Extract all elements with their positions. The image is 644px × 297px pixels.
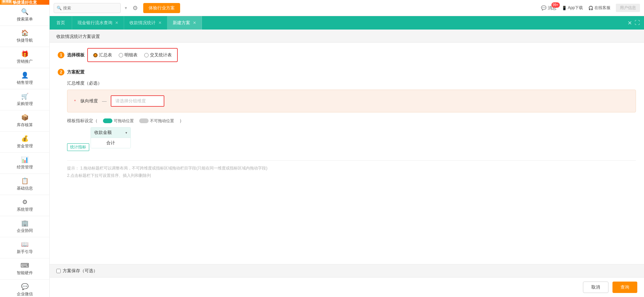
dimension-area: * 纵向维度 — 请选择分组维度 [67, 90, 636, 112]
save-plan-checkbox-label[interactable]: 方案保存（可选） [56, 268, 98, 274]
marketing-icon: 🎁 [21, 50, 29, 58]
sidebar-item-purchase[interactable]: 🛒 采购管理 [0, 89, 49, 110]
close-bank-flow-tab-icon[interactable]: ✕ [115, 20, 118, 25]
tab-home[interactable]: 首页 [50, 16, 72, 30]
save-plan-checkbox[interactable] [56, 269, 61, 273]
sidebar-item-inventory[interactable]: 📦 库存核算 [0, 110, 49, 132]
quick-nav-icon: 🏠 [21, 29, 29, 37]
step1-header: 1 选择模板 汇总表 明细表 交叉统计表 [58, 48, 636, 62]
enterprise-icon: 🏢 [21, 219, 29, 227]
sidebar-item-wechat[interactable]: 💬 企业微信 [0, 280, 49, 297]
inventory-icon: 📦 [21, 114, 29, 121]
sidebar-item-marketing[interactable]: 🎁 营销推广 [0, 47, 49, 68]
step2-section: 2 方案配置 汇总维度（必选） * 纵向维度 — 请选择分组维度 [58, 69, 636, 183]
metrics-dropdown-chevron-icon[interactable]: ▾ [125, 131, 127, 135]
metrics-section: 模板指标设定（ 可拖动位置 不可拖动位置 [67, 118, 636, 154]
settings-gear-icon[interactable]: ⚙ [131, 3, 139, 13]
save-plan-label: 方案保存（可选） [63, 268, 98, 274]
sidebar-item-enterprise[interactable]: 🏢 企业协同 [0, 216, 49, 237]
dimension-section-title: 汇总维度（必选） [67, 80, 636, 86]
search-bar[interactable]: 🔍 [54, 3, 121, 13]
metrics-column-header: 收款金额 ▾ [91, 128, 130, 138]
sidebar-label-purchase: 采购管理 [17, 101, 33, 107]
trial-industry-button[interactable]: 体验行业方案 [143, 3, 180, 13]
sidebar-label-finance: 资金管理 [17, 143, 33, 149]
not-draggable-toggle: 不可拖动位置 [139, 118, 174, 124]
tab-new-plan[interactable]: 新建方案 ✕ [167, 16, 202, 30]
radio-summary-label: 汇总表 [99, 52, 112, 58]
sidebar-item-finance[interactable]: 💰 资金管理 [0, 132, 49, 153]
close-all-tabs-icon[interactable]: ✕ [628, 20, 632, 26]
close-receipt-stat-tab-icon[interactable]: ✕ [158, 20, 162, 25]
step1-section: 1 选择模板 汇总表 明细表 交叉统计表 [58, 48, 636, 62]
sidebar-label-basic-info: 基础信息 [17, 186, 33, 191]
sidebar-label-enterprise: 企业协同 [17, 228, 33, 234]
sidebar-label-guide: 新手引导 [17, 249, 33, 255]
radio-detail[interactable]: 明细表 [119, 52, 138, 58]
tab-bank-flow-label: 现金银行流水查询 [77, 20, 112, 26]
notification-button[interactable]: 💬 消息 99+ [541, 5, 556, 11]
tip-item-1: 提示： 1.拖动标题栏可以调整布局，不可跨维度或指标区域拖动栏目字段(只能在同一… [67, 165, 636, 172]
dropdown-arrow-icon: ▾ [125, 5, 127, 10]
app-version: 标准版 [1, 0, 12, 4]
sidebar-item-system[interactable]: ⚙ 系统管理 [0, 195, 49, 216]
sidebar-label-management: 经营管理 [17, 164, 33, 170]
tab-bank-flow[interactable]: 现金银行流水查询 ✕ [72, 16, 124, 30]
sidebar-item-search-menu[interactable]: 🔍 搜索菜单 [0, 5, 49, 26]
search-menu-icon: 🔍 [21, 8, 29, 15]
draggable-toggle: 可拖动位置 [103, 118, 134, 124]
sidebar-label-quick-nav: 快捷导航 [17, 38, 33, 43]
expand-tabs-icon[interactable]: ⛶ [635, 20, 640, 26]
dimension-select-dropdown[interactable]: 请选择分组维度 [111, 95, 164, 107]
page-breadcrumb: 收款情况统计方案设置 [50, 30, 644, 43]
metrics-row-total: 合计 [91, 138, 130, 148]
close-new-plan-tab-icon[interactable]: ✕ [193, 20, 196, 25]
radio-cross[interactable]: 交叉统计表 [144, 52, 172, 58]
dimension-label: 纵向维度 [80, 98, 98, 104]
guide-icon: 📖 [21, 241, 29, 248]
sidebar-label-marketing: 营销推广 [17, 59, 33, 64]
draggable-toggle-box[interactable] [103, 118, 112, 123]
sidebar-item-guide[interactable]: 📖 新手引导 [0, 237, 49, 258]
cancel-button[interactable]: 取消 [583, 282, 608, 293]
radio-detail-label: 明细表 [124, 52, 138, 58]
basic-info-icon: 📋 [21, 177, 29, 185]
user-info-display: 用户信息 [616, 4, 640, 12]
radio-cross-input[interactable] [144, 53, 149, 57]
tab-new-plan-label: 新建方案 [173, 20, 190, 26]
sidebar-item-management[interactable]: 📊 经营管理 [0, 153, 49, 174]
topbar-right: 💬 消息 99+ 📱 App下载 🎧 在线客服 用户信息 [541, 4, 640, 12]
metrics-table: 收款金额 ▾ 合计 [91, 127, 131, 148]
query-button[interactable]: 查询 [612, 282, 637, 293]
topbar: 🔍 ▾ ⚙ 体验行业方案 💬 消息 99+ 📱 App下载 🎧 在线客服 用户信… [50, 0, 644, 16]
radio-summary[interactable]: 汇总表 [93, 52, 112, 58]
sidebar-item-basic-info[interactable]: 📋 基础信息 [0, 174, 49, 195]
main-area: 🔍 ▾ ⚙ 体验行业方案 💬 消息 99+ 📱 App下载 🎧 在线客服 用户信… [50, 0, 644, 297]
tips-section: 提示： 1.拖动标题栏可以调整布局，不可跨维度或指标区域拖动栏目字段(只能在同一… [67, 160, 636, 183]
tab-receipt-stat[interactable]: 收款情况统计 ✕ [124, 16, 167, 30]
support-icon: 🎧 [588, 6, 593, 10]
form-content: 1 选择模板 汇总表 明细表 交叉统计表 [50, 43, 644, 264]
finance-icon: 💰 [21, 135, 29, 142]
tab-home-label: 首页 [56, 20, 65, 26]
not-draggable-toggle-box[interactable] [139, 118, 149, 123]
dimension-arrow-icon: — [102, 98, 107, 104]
app-download-link[interactable]: 📱 App下载 [562, 5, 583, 11]
tab-receipt-stat-label: 收款情况统计 [129, 20, 156, 26]
content-area: 收款情况统计方案设置 1 选择模板 汇总表 明细表 [50, 30, 644, 297]
metrics-section-label: 统计指标 [67, 143, 89, 151]
radio-detail-input[interactable] [119, 53, 123, 57]
action-bar: 取消 查询 [50, 277, 644, 297]
sidebar-item-sales[interactable]: 👤 销售管理 [0, 68, 49, 89]
sidebar-item-quick-nav[interactable]: 🏠 快捷导航 [0, 26, 49, 47]
radio-summary-input[interactable] [93, 53, 98, 57]
sidebar-item-smart-hardware[interactable]: ⌨ 智能硬件 [0, 258, 49, 280]
tabs-actions: ✕ ⛶ [628, 20, 644, 26]
app-logo: 畅捷通好生意 标准版 [0, 0, 49, 5]
purchase-icon: 🛒 [21, 93, 29, 100]
required-mark: * [74, 99, 76, 104]
smart-hardware-icon: ⌨ [20, 262, 29, 269]
online-support-link[interactable]: 🎧 在线客服 [588, 5, 610, 11]
search-input[interactable] [63, 6, 118, 10]
app-name: 畅捷通好生意 [13, 0, 37, 5]
